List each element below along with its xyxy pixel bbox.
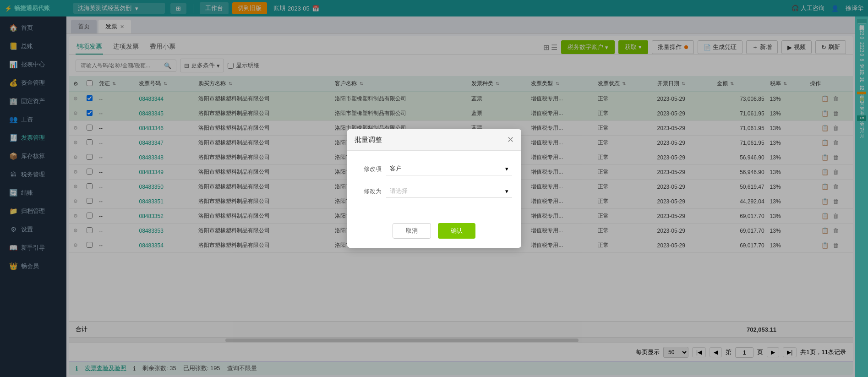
modal-overlay: 批量调整 ✕ 修改项 客户 ▾ 修改为 请选择 ▾ 取消 确认 <box>0 0 868 377</box>
modal-title: 批量调整 <box>355 136 382 144</box>
modify-item-row: 修改项 客户 ▾ <box>356 162 512 175</box>
batch-adjust-modal: 批量调整 ✕ 修改项 客户 ▾ 修改为 请选择 ▾ 取消 确认 <box>347 129 521 248</box>
cancel-button[interactable]: 取消 <box>393 223 431 239</box>
modal-body: 修改项 客户 ▾ 修改为 请选择 ▾ <box>347 151 521 219</box>
modify-item-value: 客户 <box>390 164 402 173</box>
modify-item-label: 修改项 <box>356 165 382 173</box>
change-to-label: 修改为 <box>356 187 382 196</box>
modify-item-chevron-icon: ▾ <box>505 165 508 172</box>
change-to-chevron-icon: ▾ <box>505 188 508 195</box>
change-to-select[interactable]: 请选择 ▾ <box>386 185 512 198</box>
change-to-placeholder: 请选择 <box>390 187 408 195</box>
modal-close-button[interactable]: ✕ <box>507 135 514 145</box>
modal-footer: 取消 确认 <box>347 219 521 248</box>
modal-header: 批量调整 ✕ <box>347 129 521 151</box>
confirm-button[interactable]: 确认 <box>438 223 475 239</box>
change-to-row: 修改为 请选择 ▾ <box>356 185 512 198</box>
modify-item-select[interactable]: 客户 ▾ <box>386 162 512 175</box>
